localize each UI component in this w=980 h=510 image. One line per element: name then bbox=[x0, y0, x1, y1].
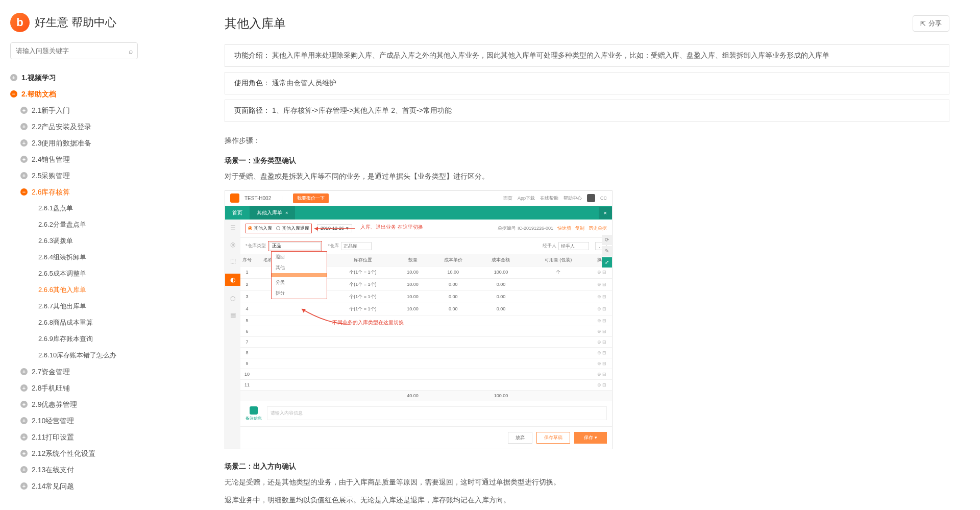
steps-title: 操作步骤： bbox=[225, 135, 949, 147]
nav-2-6-5[interactable]: 2.6.5成本调整单 bbox=[10, 265, 138, 282]
top-link-3[interactable]: 帮助中心 bbox=[564, 195, 582, 202]
th-qty: 数量 bbox=[396, 254, 429, 266]
nav-2-12[interactable]: 2.12系统个性化设置 bbox=[10, 445, 138, 462]
remark-icon-box: 备注信息 bbox=[246, 406, 262, 421]
table-row[interactable]: 8⊕ ⊟ bbox=[240, 347, 612, 358]
nav-video[interactable]: 1.视频学习 bbox=[10, 69, 138, 86]
arrow-1 bbox=[312, 226, 358, 232]
dd-item-2[interactable] bbox=[272, 273, 327, 277]
nav-2-8[interactable]: 2.8手机旺铺 bbox=[10, 380, 138, 396]
info-intro-text: 其他入库单用来处理除采购入库、产成品入库之外的其他入库业务，因此其他入库单可处理… bbox=[272, 51, 829, 59]
top-link-4[interactable]: CC bbox=[600, 196, 607, 201]
app-content: 其他入库 其他入库退库 2019-12-26▾ 入库、退出业务 在这里切换 单据… bbox=[240, 220, 612, 449]
table-row[interactable]: 11⊕ ⊟ bbox=[240, 379, 612, 390]
nav-2-6-9[interactable]: 2.6.9库存账本查询 bbox=[10, 331, 138, 347]
nav-2-13[interactable]: 2.13在线支付 bbox=[10, 462, 138, 478]
nav-2-6-3[interactable]: 2.6.3调拨单 bbox=[10, 233, 138, 249]
table-row[interactable]: 7⊕ ⊟ bbox=[240, 336, 612, 347]
svg-marker-1 bbox=[314, 227, 318, 231]
nav-2-7[interactable]: 2.7资金管理 bbox=[10, 363, 138, 380]
side-icon-3[interactable]: ⬚ bbox=[229, 257, 236, 264]
remark-input[interactable]: 请输入内容信息 bbox=[267, 406, 607, 420]
side-icon-4[interactable]: ◐ bbox=[225, 274, 240, 286]
scene2-title: 场景二：出入方向确认 bbox=[225, 462, 949, 471]
top-link-1[interactable]: App下载 bbox=[518, 195, 535, 202]
radio-return[interactable]: 其他入库退库 bbox=[276, 225, 309, 232]
th-amount: 成本金额 bbox=[477, 254, 525, 266]
filter-wh-input[interactable] bbox=[341, 242, 372, 250]
dd-item-1[interactable]: 其他 bbox=[272, 262, 327, 273]
dd-item-3[interactable]: 分类 bbox=[272, 277, 327, 288]
table-row[interactable]: 6⊕ ⊟ bbox=[240, 326, 612, 336]
dd-item-0[interactable]: 退回 bbox=[272, 252, 327, 262]
side-icon-1[interactable]: ☰ bbox=[229, 225, 236, 232]
close-icon[interactable]: × bbox=[285, 210, 288, 215]
toolbar-link-2[interactable]: 历史单据 bbox=[589, 225, 607, 232]
logo-icon: b bbox=[10, 13, 30, 32]
main-content: 其他入库单 ⇱ 分享 功能介绍： 其他入库单用来处理除采购入库、产成品入库之外的… bbox=[148, 0, 980, 510]
biz-type-switch: 其他入库 其他入库退库 bbox=[246, 224, 312, 233]
nav-2-4[interactable]: 2.4销售管理 bbox=[10, 151, 138, 167]
avatar-icon[interactable] bbox=[587, 194, 595, 202]
nav-2-5[interactable]: 2.5采购管理 bbox=[10, 167, 138, 184]
nav-2-6-8[interactable]: 2.6.8商品成本重算 bbox=[10, 314, 138, 331]
nav-2-9[interactable]: 2.9优惠券管理 bbox=[10, 396, 138, 412]
dd-item-4[interactable]: 拆分 bbox=[272, 288, 327, 299]
right-icons: ⟳ ✎ ⤢ bbox=[602, 235, 612, 269]
nav-2-6-2[interactable]: 2.6.2分量盘点单 bbox=[10, 216, 138, 233]
search-input[interactable] bbox=[10, 42, 138, 59]
table-row[interactable]: 9⊕ ⊟ bbox=[240, 358, 612, 369]
share-button[interactable]: ⇱ 分享 bbox=[913, 15, 949, 32]
tab-other-in[interactable]: 其他入库单× bbox=[250, 206, 295, 220]
toolbar-link-0[interactable]: 快速填 bbox=[557, 225, 571, 232]
right-icon-1[interactable]: ⟳ bbox=[602, 235, 612, 245]
remark-label: 备注信息 bbox=[246, 416, 262, 421]
app-top-bar: TEST-H002 | 我要报价一下 面页 App下载 在线帮助 帮助中心 CC bbox=[225, 191, 612, 206]
top-link-2[interactable]: 在线帮助 bbox=[540, 195, 558, 202]
app-footer: 放弃 保存草稿 保存 ▾ bbox=[240, 426, 612, 449]
info-role-label: 使用角色： bbox=[234, 79, 270, 87]
side-icon-5[interactable]: ⬡ bbox=[229, 295, 236, 302]
remark-icon bbox=[250, 406, 258, 415]
promo-button[interactable]: 我要报价一下 bbox=[293, 193, 329, 203]
nav-2-10[interactable]: 2.10经营管理 bbox=[10, 412, 138, 429]
save-button[interactable]: 保存 ▾ bbox=[574, 432, 607, 444]
nav-2-6-7[interactable]: 2.6.7其他出库单 bbox=[10, 298, 138, 314]
annotation-1: 入库、退出业务 在这里切换 bbox=[360, 224, 423, 231]
nav-docs[interactable]: 2.帮助文档 bbox=[10, 86, 138, 102]
nav-2-6-10[interactable]: 2.6.10库存账本错了怎么办 bbox=[10, 347, 138, 363]
top-link-0[interactable]: 面页 bbox=[503, 195, 512, 202]
tab-home[interactable]: 首页 bbox=[225, 206, 250, 220]
info-intro: 功能介绍： 其他入库单用来处理除采购入库、产成品入库之外的其他入库业务，因此其他… bbox=[225, 44, 949, 67]
logo-row: b 好生意 帮助中心 bbox=[10, 13, 138, 32]
side-icon-6[interactable]: ▤ bbox=[229, 311, 236, 319]
filter-person-input[interactable] bbox=[558, 242, 589, 250]
biz-type-select[interactable] bbox=[268, 241, 322, 251]
table-row[interactable]: 10⊕ ⊟ bbox=[240, 369, 612, 379]
cancel-button[interactable]: 放弃 bbox=[508, 432, 532, 444]
nav-2-14[interactable]: 2.14常见问题 bbox=[10, 478, 138, 494]
tabs-close-all[interactable]: × bbox=[599, 207, 612, 219]
side-icon-2[interactable]: ◎ bbox=[229, 241, 236, 248]
nav-2-2[interactable]: 2.2产品安装及登录 bbox=[10, 118, 138, 135]
right-icon-3[interactable]: ⤢ bbox=[602, 257, 612, 268]
search-icon[interactable]: ⌕ bbox=[129, 47, 133, 55]
filter-person-label: 经手人 bbox=[543, 242, 556, 249]
info-intro-label: 功能介绍： bbox=[234, 51, 270, 59]
app-tabs: 首页 其他入库单× × bbox=[225, 206, 612, 220]
nav-2-11[interactable]: 2.11打印设置 bbox=[10, 429, 138, 445]
nav-2-3[interactable]: 2.3使用前数据准备 bbox=[10, 135, 138, 151]
nav-2-6[interactable]: 2.6库存核算 bbox=[10, 184, 138, 200]
right-icon-2[interactable]: ✎ bbox=[602, 246, 612, 256]
nav-2-6-6[interactable]: 2.6.6其他入库单 bbox=[10, 282, 138, 298]
nav-2-6-4[interactable]: 2.6.4组装拆卸单 bbox=[10, 249, 138, 265]
nav-2-6-1[interactable]: 2.6.1盘点单 bbox=[10, 200, 138, 216]
scene1-title: 场景一：业务类型确认 bbox=[225, 156, 949, 165]
remark-row: 备注信息 请输入内容信息 bbox=[240, 401, 612, 426]
filter-type-label: *仓库类型 bbox=[246, 242, 266, 249]
nav-2-1[interactable]: 2.1新手入门 bbox=[10, 102, 138, 118]
totals-row: 40.00100.00 bbox=[240, 390, 612, 401]
save-draft-button[interactable]: 保存草稿 bbox=[536, 432, 570, 444]
radio-in[interactable]: 其他入库 bbox=[248, 225, 272, 232]
toolbar-link-1[interactable]: 复制 bbox=[575, 225, 584, 232]
